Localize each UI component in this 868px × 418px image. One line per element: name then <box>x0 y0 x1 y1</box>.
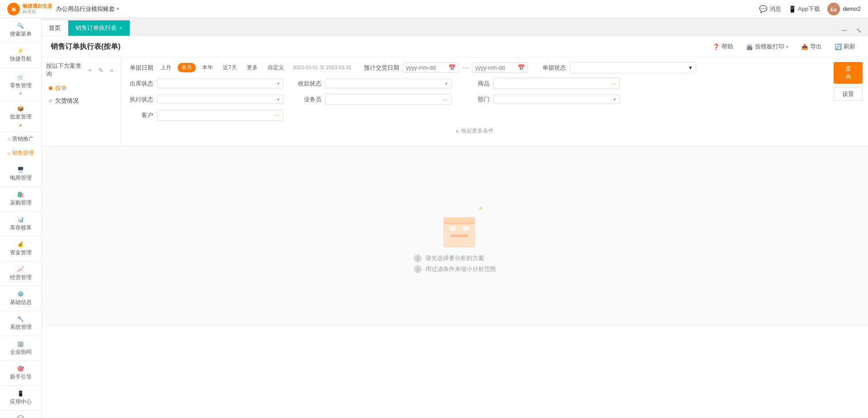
sidebar-item-purchase[interactable]: 🛍️ 采购管理 <box>0 187 41 212</box>
sidebar-item-search[interactable]: 🔍 搜索菜单 <box>0 18 41 43</box>
message-action[interactable]: 💬 消息 <box>759 5 781 13</box>
main-layout: 🔍 搜索菜单 ⚡ 快捷导航 🛒 零售管理 ▾ 📦 批发管理 ▴ ○ 营销推广 ○… <box>0 18 868 418</box>
filter-group-status: 单据状态 ▾ <box>541 62 696 73</box>
wholesale-icon: 📦 <box>17 105 24 112</box>
date-separator: — <box>462 64 468 71</box>
sidebar-purchase-label: 采购管理 <box>10 199 32 207</box>
tab-maximize-button[interactable]: ⤡ <box>854 25 864 36</box>
setting-button[interactable]: 设置 <box>834 87 863 101</box>
sidebar-item-enterprise[interactable]: 🏢 企业协同 <box>0 336 41 361</box>
export-button[interactable]: 📤 导出 <box>797 41 826 52</box>
sidebar-item-newuser[interactable]: 🎯 新手引导 <box>0 361 41 386</box>
purchase-icon: 🛍️ <box>17 191 24 198</box>
scheme-item-byorder[interactable]: 按单 <box>46 82 116 95</box>
breadcrumb[interactable]: 办公用品行业模拟账套 ▾ <box>56 5 119 13</box>
logo-icon: 畅 <box>7 3 20 15</box>
date-tab-more[interactable]: 更多 <box>243 63 261 72</box>
filter-group-salesman: 业务员 ··· <box>296 94 452 105</box>
scheme-inactive-ring <box>49 99 52 103</box>
marketing-icon: ○ <box>7 136 10 142</box>
message-icon: 💬 <box>759 5 768 13</box>
sidebar-operations-label: 经营管理 <box>10 274 32 281</box>
user-name: demo2 <box>843 5 861 12</box>
sidebar-sub-marketing[interactable]: ○ 营销推广 <box>0 132 41 146</box>
empty-state: ✦ 1 请先选择要分析的方案 2 <box>42 146 868 327</box>
scheme-active-dot <box>49 86 52 90</box>
filter-group-delivery: 出库状态 ▾ <box>128 79 283 88</box>
date-tab-lastmonth[interactable]: 上月 <box>157 63 175 72</box>
salesman-select[interactable]: ··· <box>325 94 452 105</box>
goods-select[interactable]: ··· <box>493 78 620 89</box>
query-button[interactable]: 查询 <box>834 62 863 84</box>
scheme-collapse-button[interactable]: « <box>108 66 116 75</box>
empty-tips: 1 请先选择要分析的方案 2 用过滤条件来缩小分析范围 <box>414 254 496 273</box>
exec-select[interactable]: ▾ <box>157 95 283 104</box>
collapse-button[interactable]: ∧ 收起更多条件 <box>450 125 499 137</box>
avatar: Ea <box>827 3 840 15</box>
sidebar-inventory-label: 库存核算 <box>10 224 32 232</box>
expected-date-to-input[interactable]: 📅 <box>472 62 528 73</box>
sidebar-item-corpwechat[interactable]: 💬 企业微信 <box>0 411 41 418</box>
sidebar-item-ecommerce[interactable]: 🖥️ 电商管理 <box>0 162 41 187</box>
sidebar-item-wholesale[interactable]: 📦 批发管理 ▴ <box>0 101 41 132</box>
scheme-item-shortage[interactable]: 欠货情况 <box>46 95 116 107</box>
print-button[interactable]: 🖨️ 按模板打印 ▾ <box>742 41 792 52</box>
dept-select[interactable]: ▾ <box>493 95 620 104</box>
home-tab-label: 首页 <box>49 24 61 32</box>
svg-rect-8 <box>463 226 469 231</box>
scheme-edit-button[interactable]: ✎ <box>97 66 105 75</box>
scheme-byorder-label: 按单 <box>55 84 67 92</box>
enterprise-icon: 🏢 <box>17 341 24 347</box>
payment-select[interactable]: ▾ <box>325 79 452 88</box>
header-right: 💬 消息 📱 App下载 Ea demo2 <box>759 3 861 15</box>
expand-icon: ▾ <box>19 91 22 96</box>
help-label: 帮助 <box>722 43 733 51</box>
goods-dots: ··· <box>611 80 616 87</box>
user-avatar-area[interactable]: Ea demo2 <box>827 3 861 15</box>
sidebar-item-quick-nav[interactable]: ⚡ 快捷导航 <box>0 43 41 68</box>
sidebar-item-basic[interactable]: ⚙️ 基础信息 <box>0 286 41 311</box>
breadcrumb-text: 办公用品行业模拟账套 <box>56 5 115 13</box>
tab-minimize-button[interactable]: ─ <box>839 25 850 36</box>
basic-icon: ⚙️ <box>17 291 24 297</box>
sidebar-item-inventory[interactable]: 📊 库存核算 <box>0 212 41 237</box>
help-button[interactable]: ❓ 帮助 <box>709 41 737 52</box>
filter-row-collapse: ∧ 收起更多条件 <box>128 125 821 137</box>
sidebar-item-system[interactable]: 🔧 系统管理 <box>0 311 41 336</box>
refresh-label: 刷新 <box>844 43 855 51</box>
svg-text:✦: ✦ <box>477 204 484 213</box>
date-tab-custom[interactable]: 自定义 <box>264 63 288 72</box>
sales-icon: ○ <box>7 150 10 157</box>
date-tab-7days[interactable]: 近7天 <box>219 63 241 72</box>
tab-home[interactable]: 首页 <box>42 20 68 36</box>
sidebar-retail-label: 零售管理 <box>10 82 32 90</box>
status-select[interactable]: ▾ <box>570 62 696 73</box>
expected-date-to-field[interactable] <box>475 65 516 71</box>
goods-label: 商品 <box>464 80 490 88</box>
inventory-icon: 📊 <box>17 216 24 223</box>
scheme-add-button[interactable]: + <box>86 66 94 75</box>
sidebar-item-appcenter[interactable]: 📱 应用中心 <box>0 386 41 411</box>
refresh-button[interactable]: 🔄 刷新 <box>831 41 859 52</box>
customer-label: 客户 <box>128 111 153 119</box>
tab-bar: 首页 销售订单执行表 × ─ ⤡ <box>42 18 868 36</box>
tab-active[interactable]: 销售订单执行表 × <box>68 20 130 36</box>
customer-select[interactable]: ··· <box>157 109 283 121</box>
sidebar-wholesale-label: 批发管理 <box>10 113 32 121</box>
delivery-select[interactable]: ▾ <box>157 79 283 88</box>
tab-close-icon[interactable]: × <box>119 25 123 31</box>
filter-group-goods: 商品 ··· <box>464 78 620 89</box>
app-download-action[interactable]: 📱 App下载 <box>788 5 820 13</box>
export-label: 导出 <box>810 43 822 51</box>
newuser-icon: 🎯 <box>17 366 24 372</box>
expected-date-from-field[interactable] <box>406 65 447 71</box>
tab-bar-actions: ─ ⤡ <box>839 25 868 36</box>
date-tab-thisyear[interactable]: 本年 <box>198 63 217 72</box>
sidebar-sub-sales[interactable]: ○ 销售管理 <box>0 146 41 160</box>
sidebar-item-finance[interactable]: 💰 资金管理 <box>0 237 41 261</box>
sidebar-item-operations[interactable]: 📈 经营管理 <box>0 261 41 286</box>
dept-arrow-icon: ▾ <box>613 97 616 102</box>
sidebar-item-retail[interactable]: 🛒 零售管理 ▾ <box>0 70 41 101</box>
date-tab-thismonth[interactable]: 本月 <box>178 63 196 72</box>
expected-date-from-input[interactable]: 📅 <box>403 62 459 73</box>
